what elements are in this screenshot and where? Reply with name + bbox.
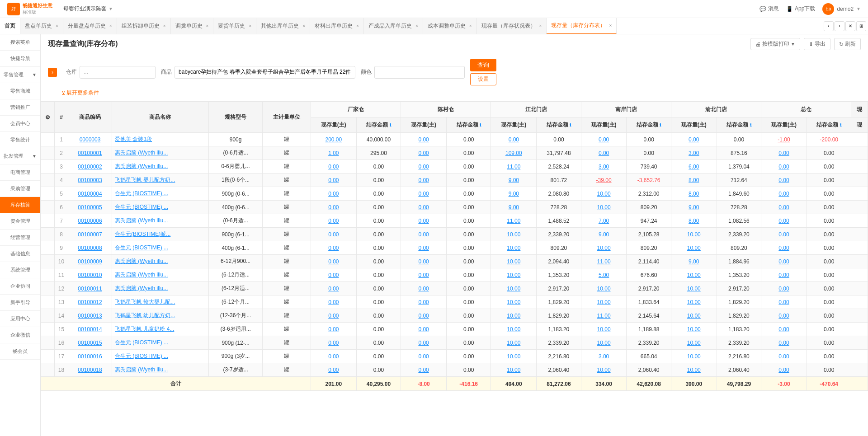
table-cell-4-14[interactable]: 8.00	[671, 173, 717, 187]
table-cell-6-16[interactable]: 0.00	[761, 201, 807, 214]
table-cell-18-12[interactable]: 10.00	[581, 363, 627, 377]
table-cell-16-12[interactable]: 10.00	[581, 336, 627, 350]
table-cell-14-16[interactable]: 0.00	[761, 309, 807, 323]
table-cell-17-6[interactable]: 0.00	[311, 350, 356, 363]
sidebar-item-3[interactable]: 零售商城	[0, 83, 40, 99]
table-cell-13-16[interactable]: 0.00	[761, 295, 807, 309]
table-cell-12-8[interactable]: 0.00	[401, 282, 447, 295]
table-cell-7-6[interactable]: 0.00	[311, 214, 356, 228]
sidebar-item-1[interactable]: 快捷导航	[0, 51, 40, 67]
table-cell-14-8[interactable]: 0.00	[401, 309, 447, 323]
tab-item-9[interactable]: 成本调整单历史×	[423, 18, 477, 34]
table-cell-15-2[interactable]: 00100014	[68, 323, 112, 336]
table-cell-9-6[interactable]: 0.00	[311, 241, 356, 255]
table-cell-5-14[interactable]: 8.00	[671, 187, 717, 201]
table-cell-11-8[interactable]: 0.00	[401, 268, 447, 282]
table-cell-13-14[interactable]: 10.00	[671, 295, 717, 309]
sidebar-item-12[interactable]: 经营管理	[0, 230, 40, 246]
tab-close-icon-1[interactable]: ×	[56, 23, 58, 28]
sidebar-item-6[interactable]: 零售统计	[0, 132, 40, 148]
app-download-btn[interactable]: 📱 App下载	[786, 5, 815, 13]
table-cell-3-10[interactable]: 11.00	[491, 160, 537, 173]
sidebar-item-2[interactable]: 零售管理▼	[0, 67, 40, 83]
table-cell-3-6[interactable]: 0.00	[311, 160, 356, 173]
table-cell-10-6[interactable]: 0.00	[311, 255, 356, 268]
sidebar-item-15[interactable]: 企业协同	[0, 278, 40, 295]
tab-item-6[interactable]: 其他出库单历史×	[256, 18, 310, 34]
table-cell-12-14[interactable]: 10.00	[671, 282, 717, 295]
table-cell-12-2[interactable]: 00100011	[68, 282, 112, 295]
table-cell-14-6[interactable]: 0.00	[311, 309, 356, 323]
table-cell-11-14[interactable]: 10.00	[671, 268, 717, 282]
tab-item-8[interactable]: 产成品入库单历史×	[364, 18, 423, 34]
table-cell-16-8[interactable]: 0.00	[401, 336, 447, 350]
sidebar-item-7[interactable]: 批发管理▼	[0, 148, 40, 164]
table-cell-17-2[interactable]: 00100016	[68, 350, 112, 363]
table-cell-3-12[interactable]: 3.00	[581, 160, 627, 173]
messages-btn[interactable]: 💬 消息	[760, 5, 779, 13]
tab-item-0[interactable]: 首页	[0, 18, 20, 34]
table-cell-2-2[interactable]: 00100001	[68, 146, 112, 160]
sidebar-item-8[interactable]: 电商管理	[0, 164, 40, 181]
table-cell-9-14[interactable]: 10.00	[671, 241, 717, 255]
table-cell-3-16[interactable]: 0.00	[761, 160, 807, 173]
table-cell-16-14[interactable]: 10.00	[671, 336, 717, 350]
sidebar-item-11[interactable]: 资金管理	[0, 213, 40, 230]
tab-close-icon-2[interactable]: ×	[109, 23, 112, 28]
tab-item-3[interactable]: 组装拆卸单历史×	[117, 18, 171, 34]
sidebar-item-16[interactable]: 新手引导	[0, 295, 40, 311]
sidebar-item-17[interactable]: 应用中心	[0, 311, 40, 327]
table-cell-2-6[interactable]: 1.00	[311, 146, 356, 160]
table-cell-2-14[interactable]: 3.00	[671, 146, 717, 160]
table-cell-18-16[interactable]: 0.00	[761, 363, 807, 377]
expand-btn[interactable]: ⊻ 展开更多条件	[61, 89, 861, 97]
settings-btn[interactable]: 设置	[470, 73, 496, 85]
product-input[interactable]	[175, 66, 355, 79]
table-cell-10-16[interactable]: 0.00	[761, 255, 807, 268]
export-btn[interactable]: ⬇ 导出	[804, 38, 830, 50]
table-cell-1-10[interactable]: 0.00	[491, 133, 537, 146]
table-cell-5-10[interactable]: 9.00	[491, 187, 537, 201]
table-cell-8-10[interactable]: 10.00	[491, 228, 537, 241]
table-cell-5-12[interactable]: 10.00	[581, 187, 627, 201]
table-cell-12-6[interactable]: 0.00	[311, 282, 356, 295]
table-cell-8-2[interactable]: 00100007	[68, 228, 112, 241]
tab-item-4[interactable]: 调拨单历史×	[171, 18, 214, 34]
table-cell-4-8[interactable]: 0.00	[401, 173, 447, 187]
tab-close-icon-9[interactable]: ×	[469, 23, 472, 28]
table-cell-7-16[interactable]: 0.00	[761, 214, 807, 228]
tab-close-icon-3[interactable]: ×	[163, 23, 166, 28]
table-cell-14-10[interactable]: 10.00	[491, 309, 537, 323]
table-cell-15-16[interactable]: 0.00	[761, 323, 807, 336]
table-cell-8-8[interactable]: 0.00	[401, 228, 447, 241]
table-cell-6-14[interactable]: 9.00	[671, 201, 717, 214]
table-cell-16-2[interactable]: 00100015	[68, 336, 112, 350]
table-cell-17-14[interactable]: 10.00	[671, 350, 717, 363]
table-cell-15-6[interactable]: 0.00	[311, 323, 356, 336]
tab-item-11[interactable]: 现存量（库存分布表）×	[547, 18, 617, 34]
sidebar-item-14[interactable]: 系统管理	[0, 262, 40, 278]
table-cell-4-6[interactable]: 0.00	[311, 173, 356, 187]
table-cell-13-2[interactable]: 00100012	[68, 295, 112, 309]
sidebar-item-18[interactable]: 企业微信	[0, 327, 40, 343]
table-cell-8-12[interactable]: 9.00	[581, 228, 627, 241]
sidebar-item-9[interactable]: 采购管理	[0, 181, 40, 197]
table-cell-6-2[interactable]: 00100005	[68, 201, 112, 214]
tab-prev-btn[interactable]: ‹	[824, 21, 834, 31]
table-cell-10-2[interactable]: 00100009	[68, 255, 112, 268]
table-cell-11-2[interactable]: 00100010	[68, 268, 112, 282]
table-cell-3-14[interactable]: 6.00	[671, 160, 717, 173]
table-cell-14-2[interactable]: 00100013	[68, 309, 112, 323]
table-cell-3-8[interactable]: 0.00	[401, 160, 447, 173]
tab-next-btn[interactable]: ›	[835, 21, 844, 31]
table-cell-6-8[interactable]: 0.00	[401, 201, 447, 214]
sidebar-item-4[interactable]: 营销推广	[0, 99, 40, 116]
table-cell-13-10[interactable]: 10.00	[491, 295, 537, 309]
table-cell-9-10[interactable]: 10.00	[491, 241, 537, 255]
table-cell-14-12[interactable]: 11.00	[581, 309, 627, 323]
color-input[interactable]	[374, 66, 465, 79]
table-cell-16-10[interactable]: 10.00	[491, 336, 537, 350]
table-cell-1-6[interactable]: 200.00	[311, 133, 356, 146]
table-cell-5-6[interactable]: 0.00	[311, 187, 356, 201]
tab-item-2[interactable]: 分量盘点单历史×	[63, 18, 117, 34]
